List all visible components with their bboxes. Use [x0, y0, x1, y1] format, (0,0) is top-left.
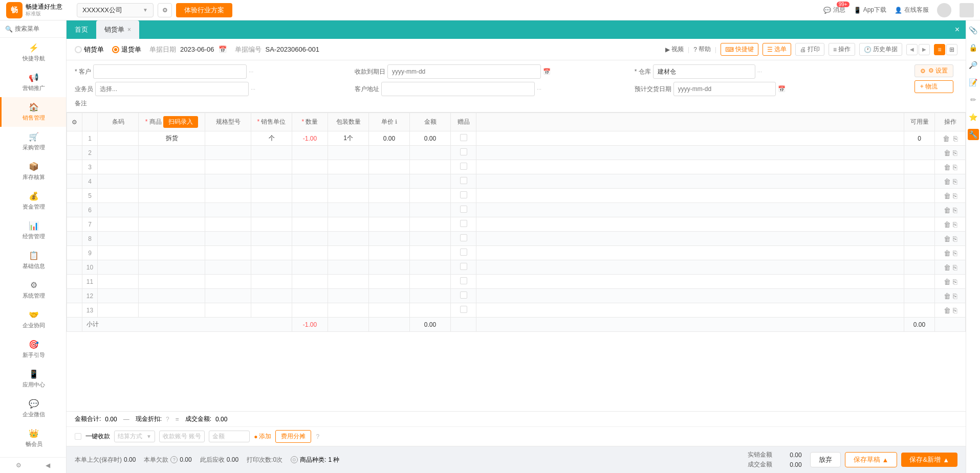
sidebar-item-shortcut[interactable]: ⚡ 快捷导航	[0, 38, 66, 67]
row-spec[interactable]	[205, 131, 251, 146]
warehouse-more-icon[interactable]: ···	[757, 69, 762, 75]
sidebar-item-sales[interactable]: 🏠 销售管理	[0, 97, 66, 127]
debt-question-icon[interactable]: ?	[170, 456, 178, 463]
copy-row-btn[interactable]: ⎘	[952, 278, 958, 286]
filter-btn[interactable]: ☰ 选单	[763, 43, 791, 56]
tab-sales-order[interactable]: 销货单 ×	[96, 20, 139, 39]
expected-date-input[interactable]	[673, 82, 776, 96]
delete-row-btn[interactable]: 🗑	[943, 192, 952, 200]
discount-question-icon[interactable]: ?	[166, 416, 169, 423]
panel-icon-2[interactable]: 🔒	[968, 42, 979, 53]
list-view-btn[interactable]: ≡	[934, 44, 945, 55]
delete-row-btn[interactable]: 🗑	[943, 292, 952, 300]
avatar[interactable]	[937, 3, 951, 17]
row-product[interactable]: 拆货	[139, 131, 205, 146]
due-date-input[interactable]	[387, 64, 541, 79]
delete-row-btn[interactable]: 🗑	[943, 206, 952, 214]
salesman-more-icon[interactable]: ···	[251, 86, 255, 92]
warehouse-input[interactable]	[653, 64, 755, 79]
prev-arrow[interactable]: ◀	[906, 44, 918, 55]
delete-row-btn[interactable]: 🗑	[943, 220, 952, 229]
sidebar-item-finance[interactable]: 💰 资金管理	[0, 186, 66, 216]
copy-row-btn[interactable]: ⎘	[952, 149, 958, 157]
delete-row-btn[interactable]: 🗑	[943, 249, 952, 257]
delete-row-btn[interactable]: 🗑	[942, 134, 951, 143]
save-new-button[interactable]: 保存&新增 ▲	[901, 453, 957, 467]
amount-field[interactable]: 金额	[209, 431, 250, 442]
sidebar-item-marketing[interactable]: 📢 营销推广	[0, 67, 66, 97]
history-btn[interactable]: 🕐 历史单据	[859, 43, 902, 56]
copy-row-btn[interactable]: ⎘	[952, 192, 958, 200]
panel-icon-6[interactable]: ⭐	[968, 111, 979, 123]
delete-row-btn[interactable]: 🗑	[943, 163, 952, 171]
logistics-btn[interactable]: + 物流	[914, 80, 953, 93]
online-service-button[interactable]: 👤 在线客服	[895, 6, 929, 14]
copy-row-btn[interactable]: ⎘	[952, 263, 958, 272]
sidebar-item-apps[interactable]: 📱 应用中心	[0, 364, 66, 394]
save-draft-button[interactable]: 保存草稿 ▲	[845, 452, 898, 467]
addr-more-icon[interactable]: ···	[537, 86, 541, 92]
copy-row-btn[interactable]: ⎘	[952, 306, 958, 314]
app-download-button[interactable]: 📱 App下载	[854, 6, 886, 14]
help-link[interactable]: ? 帮助	[693, 45, 711, 54]
scan-button[interactable]: 扫码录入	[163, 116, 198, 128]
payment-checkbox[interactable]	[75, 433, 81, 440]
customer-more-icon[interactable]: ···	[249, 69, 253, 75]
fee-question-icon[interactable]: ?	[316, 433, 320, 440]
expected-date-cal-icon[interactable]: 📅	[778, 85, 786, 93]
next-arrow[interactable]: ▶	[919, 44, 930, 55]
copy-row-btn[interactable]: ⎘	[952, 235, 958, 243]
customer-addr-input[interactable]	[381, 82, 535, 96]
copy-row-btn[interactable]: ⎘	[952, 206, 958, 214]
company-selector[interactable]: XXXXXX公司 ▼	[77, 3, 154, 17]
copy-row-btn[interactable]: ⎘	[952, 220, 958, 229]
sidebar-item-wechat[interactable]: 💬 企业微信	[0, 394, 66, 423]
row-qty[interactable]: -1.00	[292, 131, 328, 146]
calendar-icon[interactable]: 📅	[219, 46, 227, 53]
discard-button[interactable]: 放弃	[810, 452, 841, 467]
settings-btn[interactable]: ⚙ ⚙ 设置	[914, 64, 953, 77]
video-link[interactable]: ▶ 视频	[665, 45, 684, 54]
due-date-cal-icon[interactable]: 📅	[543, 68, 551, 75]
sidebar-item-collab[interactable]: 🤝 企业协同	[0, 305, 66, 334]
shortcut-btn[interactable]: ⌨ 快捷键	[721, 43, 758, 56]
row-price[interactable]: 0.00	[369, 131, 410, 146]
table-wrapper[interactable]: ⚙ 条码 * 商品 扫码录入 规格型号 * 销售单位 * 数量 包	[67, 112, 966, 411]
operate-btn[interactable]: ≡ 操作	[829, 43, 855, 56]
sidebar-item-ops[interactable]: 📊 经营管理	[0, 216, 66, 245]
trial-button[interactable]: 体验行业方案	[176, 3, 232, 17]
copy-row-btn[interactable]: ⎘	[952, 177, 958, 186]
panel-icon-4[interactable]: 📝	[968, 77, 979, 88]
delete-row-btn[interactable]: 🗑	[943, 235, 952, 243]
radio-sales[interactable]: 销货单	[75, 45, 104, 54]
sidebar-item-inventory[interactable]: 📦 库存核算	[0, 156, 66, 186]
settings-icon[interactable]: ⚙	[158, 3, 172, 17]
sidebar-item-system[interactable]: ⚙ 系统管理	[0, 275, 66, 305]
copy-row-btn[interactable]: ⎘	[952, 249, 958, 257]
sidebar-item-member[interactable]: 👑 畅会员	[0, 423, 66, 453]
row-pkgqty[interactable]: 1个	[328, 131, 369, 146]
delete-row-btn[interactable]: 🗑	[943, 278, 952, 286]
panel-icon-3[interactable]: 🔎	[968, 59, 979, 71]
sidebar-settings-icon[interactable]: ⚙	[16, 462, 21, 469]
copy-row-btn[interactable]: ⎘	[952, 292, 958, 300]
sidebar-item-base[interactable]: 📋 基础信息	[0, 245, 66, 275]
row-barcode[interactable]	[98, 131, 139, 146]
search-menu[interactable]: 🔍 搜索菜单	[0, 20, 66, 38]
row-gift[interactable]	[451, 131, 476, 146]
payment-method-field[interactable]: 结算方式 ▼	[114, 431, 155, 442]
row-amount[interactable]: 0.00	[410, 131, 451, 146]
user-menu-icon[interactable]	[960, 3, 974, 17]
copy-row-btn[interactable]: ⎘	[952, 134, 959, 143]
product-question-icon[interactable]: ⊙	[291, 456, 298, 463]
message-button[interactable]: 💬 消息 99+	[823, 6, 845, 14]
delete-row-btn[interactable]: 🗑	[943, 177, 952, 186]
grid-view-btn[interactable]: ⊞	[946, 44, 957, 55]
sidebar-item-purchase[interactable]: 🛒 采购管理	[0, 127, 66, 156]
account-field[interactable]: 收款账号 账号	[159, 431, 205, 442]
sidebar-item-guide[interactable]: 🎯 新手引导	[0, 334, 66, 364]
fee-split-btn[interactable]: 费用分摊	[275, 430, 311, 443]
tab-home[interactable]: 首页	[67, 20, 96, 39]
tab-close-icon[interactable]: ×	[127, 26, 131, 33]
panel-icon-1[interactable]: 📎	[968, 25, 979, 36]
